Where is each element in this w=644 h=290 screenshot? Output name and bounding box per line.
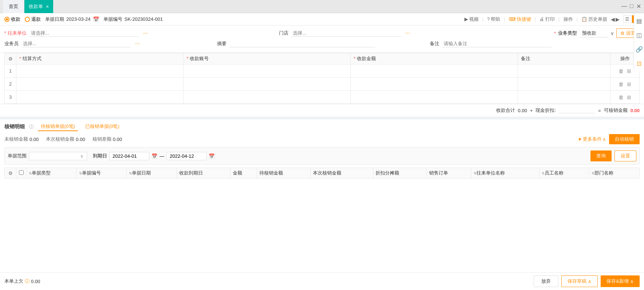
- staff-input[interactable]: [21, 40, 131, 47]
- cell-amount-1[interactable]: [350, 64, 518, 78]
- more-conditions-btn[interactable]: ▼ 更多条件 ∧: [577, 136, 606, 142]
- select-all-th[interactable]: [16, 168, 27, 179]
- cell-account-1[interactable]: [183, 64, 350, 78]
- form-row-2: 业务员 ··· 摘要 备注: [4, 40, 640, 47]
- radio-refund[interactable]: 退款: [25, 16, 41, 23]
- main-table: ⚙ * 结算方式 * 收款账号 * 收款金额 备注 操作: [4, 53, 640, 104]
- delete-icon-3[interactable]: 🗑: [619, 94, 624, 100]
- order-info-icon[interactable]: ⓘ: [25, 278, 30, 285]
- store-input[interactable]: [291, 30, 401, 37]
- remark-col: 备注: [430, 40, 640, 47]
- cell-remark-2[interactable]: [518, 78, 610, 91]
- store-more-icon[interactable]: ···: [404, 30, 411, 36]
- col-type: ⇅单据类型: [27, 168, 77, 179]
- store-label: 门店: [279, 30, 288, 36]
- discount-input[interactable]: [559, 107, 595, 113]
- tab-home[interactable]: 首页: [3, 0, 24, 13]
- staff-label: 业务员: [4, 40, 19, 47]
- col-sales-order: 销售订单: [427, 168, 471, 179]
- date-value: 2023-03-24: [66, 16, 91, 22]
- calendar-icon[interactable]: 📅: [93, 16, 99, 22]
- verify-info-icon[interactable]: ⓘ: [29, 124, 34, 130]
- operation-btn[interactable]: 操作: [564, 16, 573, 23]
- discard-button[interactable]: 放弃: [534, 275, 558, 287]
- total-value: 0.00: [518, 108, 527, 113]
- table-gear-th[interactable]: ⚙: [5, 53, 16, 64]
- date-to-cal-icon[interactable]: 📅: [209, 153, 215, 159]
- col-settlement: * 结算方式: [16, 53, 184, 64]
- shortcut-btn[interactable]: ⌨ 快捷键: [509, 16, 531, 23]
- draft-button[interactable]: 保存草稿 ∧: [561, 275, 598, 287]
- help-btn[interactable]: ? 帮助: [487, 16, 500, 23]
- cell-settlement-2[interactable]: [16, 78, 184, 91]
- cell-settlement-1[interactable]: [16, 64, 184, 78]
- nav-prev[interactable]: ◀: [611, 16, 615, 22]
- right-panel-link-icon[interactable]: 🔗: [634, 44, 644, 54]
- col-number: ⇅单据编号: [76, 168, 127, 179]
- vendor-more-icon[interactable]: ···: [142, 30, 149, 36]
- copy-icon-3[interactable]: ⊞: [627, 94, 631, 100]
- auto-verify-button[interactable]: 自动核销: [609, 134, 640, 144]
- copy-icon-1[interactable]: ⊞: [627, 68, 631, 74]
- right-panel-table-icon[interactable]: ▤: [635, 16, 643, 26]
- cell-remark-3[interactable]: [518, 91, 610, 104]
- history-icon: 📋: [581, 16, 587, 22]
- delete-icon-1[interactable]: 🗑: [619, 68, 624, 74]
- select-all-checkbox[interactable]: [19, 170, 24, 175]
- vendor-input[interactable]: [30, 30, 139, 37]
- print-icon: 🖨: [539, 16, 544, 22]
- cell-amount-3[interactable]: [350, 91, 518, 104]
- biz-type-arrow[interactable]: ∨: [610, 31, 614, 36]
- delete-icon-2[interactable]: 🗑: [619, 81, 624, 87]
- date-from-input[interactable]: [109, 152, 149, 160]
- right-panel-expand-icon[interactable]: ⊡: [635, 59, 643, 68]
- query-button[interactable]: 查询: [590, 150, 612, 161]
- biz-type-col: * 业务类型 预收款 ∨ ⚙ 设置: [554, 28, 640, 38]
- tab-close-icon[interactable]: ×: [46, 4, 49, 9]
- range-arrow-icon: ∨: [80, 153, 84, 159]
- cell-remark-1[interactable]: [518, 64, 610, 78]
- col-date: ⇅单据日期: [127, 168, 177, 179]
- history-btn[interactable]: 📋 历史单据: [581, 16, 607, 23]
- print-btn[interactable]: 🖨 打印: [539, 16, 555, 23]
- cell-settlement-3[interactable]: [16, 91, 184, 104]
- save-new-button[interactable]: 保存&新增 ∧: [601, 275, 640, 287]
- chevron-up-icon: ∧: [602, 137, 606, 142]
- radio-receipt[interactable]: 收款: [4, 16, 20, 23]
- minimize-icon[interactable]: —: [621, 3, 627, 10]
- range-select[interactable]: ∨: [29, 152, 87, 160]
- date-from-cal-icon[interactable]: 📅: [152, 153, 157, 159]
- close-icon[interactable]: ✕: [636, 3, 641, 10]
- copy-icon-2[interactable]: ⊞: [627, 81, 631, 87]
- staff-more-icon[interactable]: ···: [134, 40, 141, 47]
- video-btn[interactable]: ▶ 视频: [464, 16, 479, 23]
- setup-button[interactable]: 设置: [614, 150, 636, 161]
- summary-row: 收款合计 0.00 + 现金折扣: = 可核销金额 0.00: [0, 104, 644, 117]
- cell-account-3[interactable]: [183, 91, 350, 104]
- diff-stat: 核销差额 0.00: [93, 136, 122, 142]
- col-account: * 收款账号: [183, 53, 350, 64]
- tab-done[interactable]: 已核销单据(0笔): [82, 122, 122, 131]
- video-icon: ▶: [464, 16, 468, 22]
- cell-amount-2[interactable]: [350, 78, 518, 91]
- section-divider: [0, 117, 644, 119]
- verify-section: 核销明细 ⓘ 待核销单据(0笔) 已核销单据(0笔) 未核销金额 0.00 本次…: [0, 119, 644, 272]
- summary-input[interactable]: [229, 40, 375, 47]
- maximize-icon[interactable]: □: [630, 3, 633, 10]
- date-label: 单据日期: [45, 16, 64, 23]
- tab-active[interactable]: 收款单 ×: [24, 0, 53, 13]
- cell-account-2[interactable]: [183, 78, 350, 91]
- radio-dot-refund: [25, 17, 30, 22]
- tab-pending[interactable]: 待核销单据(0笔): [38, 122, 78, 131]
- right-panel-doc-icon[interactable]: ◫: [635, 30, 643, 40]
- view-list[interactable]: ☰: [623, 15, 631, 23]
- footer-buttons: 放弃 保存草稿 ∧ 保存&新增 ∧: [534, 275, 640, 287]
- date-to-input[interactable]: [166, 152, 207, 160]
- bottom-gear-th[interactable]: ⚙: [5, 168, 16, 179]
- radio-refund-label: 退款: [31, 16, 41, 23]
- col-remark: 备注: [518, 53, 610, 64]
- nav-next[interactable]: ▶: [616, 16, 620, 22]
- col-dept: ⇅部门名称: [589, 168, 640, 179]
- remark-input[interactable]: [442, 40, 551, 47]
- col-current: 本次核销金额: [311, 168, 373, 179]
